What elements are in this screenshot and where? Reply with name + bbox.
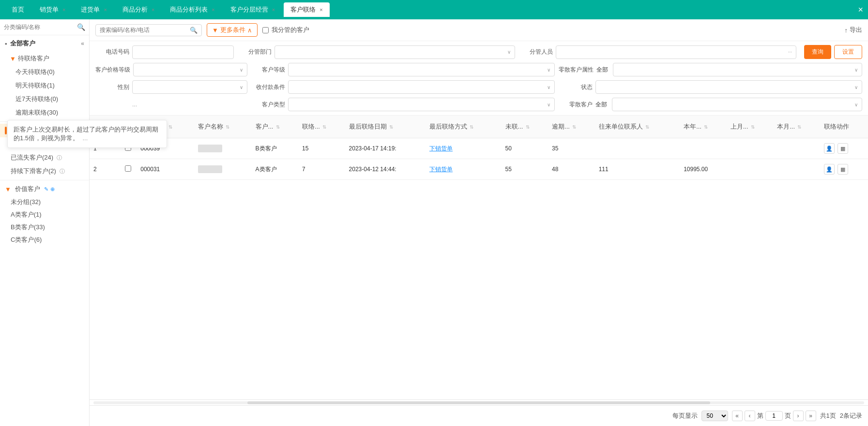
sidebar-item-today[interactable]: 今天待联络(0): [5, 65, 89, 79]
declining-info-icon[interactable]: ⓘ: [60, 168, 65, 174]
sidebar-item-overdue[interactable]: 逾期未联络(30): [5, 106, 89, 119]
retail-attr-select[interactable]: ∨: [613, 63, 862, 76]
payment-terms-select[interactable]: ∨: [288, 80, 555, 94]
sidebar-item-tomorrow[interactable]: 明天待联络(1): [5, 79, 89, 92]
col-this-year[interactable]: 本年... ⇅: [680, 116, 727, 138]
gender-select[interactable]: ∨: [132, 80, 247, 94]
filter-search-icon[interactable]: 🔍: [190, 27, 198, 34]
more-conditions-button[interactable]: ▼ 更多条件 ∧: [207, 23, 258, 37]
branch-person-caret: ···: [788, 49, 792, 55]
col-unit-contact[interactable]: 往来单位联系人 ⇅: [595, 116, 680, 138]
tab-product-analysis[interactable]: 商品分析 ×: [116, 2, 161, 17]
current-page-input[interactable]: [765, 411, 783, 421]
row1-view-icon[interactable]: 👤: [824, 143, 835, 154]
tab-customer-contact[interactable]: 客户联络 ×: [284, 2, 329, 17]
content-area: 距客户上次交易时长，超过了此客户的平均交易周期的1.5倍，则视为异常。 ... …: [90, 19, 868, 426]
row2-last-method[interactable]: 下销货单: [426, 159, 502, 180]
col-last-contact-date[interactable]: 最后联络日期 ⇅: [345, 116, 426, 138]
row2-edit-icon[interactable]: ▦: [838, 164, 848, 175]
close-tab-sales[interactable]: ×: [62, 7, 65, 13]
row2-select-checkbox[interactable]: [125, 165, 131, 172]
sidebar-item-7days[interactable]: 近7天待联络(0): [5, 92, 89, 106]
value-item-c[interactable]: C类客户(6): [0, 234, 89, 246]
close-tab-product-list[interactable]: ×: [212, 7, 214, 13]
value-more-icon[interactable]: ⊕: [50, 186, 55, 192]
tab-sales-order[interactable]: 销货单 ×: [33, 2, 72, 17]
row1-edit-icon[interactable]: ▦: [838, 143, 848, 154]
my-customers-filter: 我分管的客户: [262, 26, 309, 34]
value-item-a[interactable]: A类客户(1): [0, 208, 89, 221]
per-page-select[interactable]: 50 100 200: [701, 411, 728, 421]
col-last-contact-method[interactable]: 最后联络方式 ⇅: [426, 116, 502, 138]
value-edit-icon[interactable]: ✎: [44, 186, 48, 192]
row2-unit-contact: 111: [595, 159, 680, 180]
value-group-header[interactable]: ▼ 价值客户 ✎ ⊕: [0, 182, 89, 196]
all-customers-header[interactable]: ▪ 全部客户 «: [0, 35, 89, 52]
next-page-button[interactable]: ›: [793, 411, 804, 421]
col-contact-count[interactable]: 联络... ⇅: [298, 116, 345, 138]
col-last-month[interactable]: 上月... ⇅: [727, 116, 774, 138]
price-level-select[interactable]: ∨: [133, 63, 247, 76]
retail-customer-select[interactable]: ∨: [612, 98, 862, 111]
scroll-thumb[interactable]: [247, 401, 710, 404]
sidebar-item-lost[interactable]: 已流失客户(24) ⓘ: [0, 151, 89, 164]
col-overdue[interactable]: 逾期... ⇅: [548, 116, 595, 138]
prev-page-button[interactable]: ‹: [745, 411, 755, 421]
sidebar-item-declining[interactable]: 持续下滑客户(2) ⓘ: [0, 164, 89, 178]
filter-buttons: 查询 设置: [804, 45, 862, 59]
my-customers-checkbox[interactable]: [262, 27, 269, 33]
tab-product-analysis-list[interactable]: 商品分析列表 ×: [163, 2, 221, 17]
close-tab-product-analysis[interactable]: ×: [152, 7, 154, 13]
export-button[interactable]: ↑ 导出: [845, 26, 863, 34]
col-customer-name[interactable]: 客户名称 ⇅: [194, 116, 252, 138]
last-page-button[interactable]: »: [806, 411, 816, 421]
table-row: 1 000039 B类客户 15 2023-04-17 14:19: 下销货单 …: [90, 138, 868, 159]
close-tab-contact[interactable]: ×: [320, 7, 322, 13]
tab-home[interactable]: 首页: [5, 2, 31, 17]
total-records: 2条记录: [840, 411, 862, 420]
horizontal-scrollbar[interactable]: [90, 399, 868, 405]
sort-icon-date: ⇅: [389, 124, 393, 130]
row1-action-icons: 👤 ▦: [824, 143, 864, 154]
value-item-ungrouped[interactable]: 未分组(32): [0, 196, 89, 208]
row1-unit-contact: [595, 138, 680, 159]
filter-row-1: 电话号码 分管部门 ∨ 分管人员 ···: [95, 45, 862, 59]
collapse-button[interactable]: «: [81, 40, 84, 47]
table-header: ⚙ 客户编码 ⇅ 客户名称 ⇅: [90, 116, 868, 138]
col-unpaid[interactable]: 未联... ⇅: [502, 116, 548, 138]
row1-last-method[interactable]: 下销货单: [426, 138, 502, 159]
filter-icon: ▼: [212, 27, 218, 34]
query-button[interactable]: 查询: [804, 45, 831, 59]
row1-actions: 👤 ▦: [820, 138, 868, 159]
phone-input[interactable]: [132, 45, 234, 59]
tab-customer-segmentation[interactable]: 客户分层经营 ×: [224, 2, 282, 17]
customer-level-select[interactable]: ∨: [288, 63, 555, 76]
branch-person-select[interactable]: ···: [556, 45, 796, 59]
customer-type-select[interactable]: ∨: [288, 98, 555, 111]
status-select[interactable]: ∨: [595, 80, 862, 94]
sidebar-search-icon[interactable]: 🔍: [77, 23, 85, 31]
col-this-month[interactable]: 本月... ⇅: [773, 116, 820, 138]
close-tab-purchase[interactable]: ×: [104, 7, 107, 13]
pending-contact-header[interactable]: ▼ 待联络客户: [5, 52, 89, 65]
settings-button[interactable]: 设置: [834, 45, 862, 59]
row1-last-month: [727, 138, 774, 159]
first-page-button[interactable]: «: [732, 411, 743, 421]
branch-dept-select[interactable]: ∨: [274, 45, 515, 59]
row2-view-icon[interactable]: 👤: [824, 164, 835, 175]
page-suffix: 页: [785, 411, 791, 420]
pending-arrow-icon: ▼: [10, 55, 16, 62]
sidebar-search-bar: 🔍: [0, 19, 89, 35]
close-tab-segmentation[interactable]: ×: [272, 7, 275, 13]
value-item-b[interactable]: B类客户(33): [0, 221, 89, 234]
gender-caret: ∨: [240, 85, 243, 90]
window-close-button[interactable]: ×: [858, 5, 863, 15]
more-dots-button[interactable]: ...: [132, 101, 137, 108]
filter-search-input[interactable]: [100, 27, 188, 33]
col-customer-level[interactable]: 客户... ⇅: [252, 116, 299, 138]
tab-purchase-order[interactable]: 进货单 ×: [74, 2, 113, 17]
filter-customer-level: 客户等级 ∨: [251, 63, 555, 76]
sidebar-search-input[interactable]: [4, 24, 77, 30]
lost-info-icon[interactable]: ⓘ: [57, 155, 62, 161]
price-level-caret: ∨: [240, 67, 243, 73]
